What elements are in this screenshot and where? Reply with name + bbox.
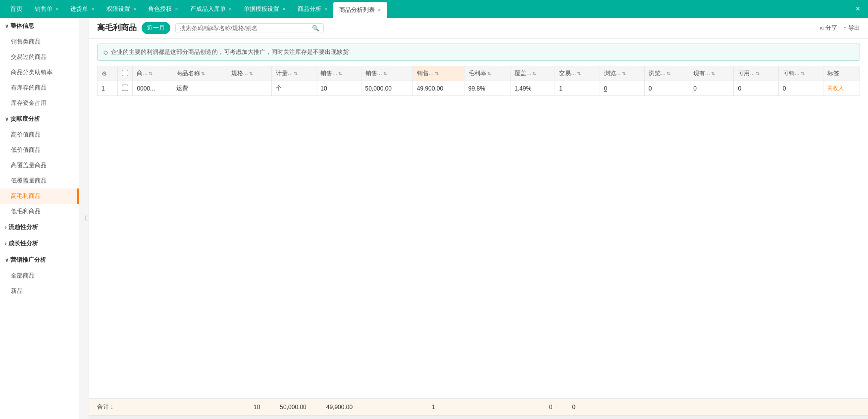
cell-available: 0 [734, 81, 778, 96]
sort-coverage-icon[interactable]: ⇅ [532, 71, 536, 76]
settings-icon[interactable]: ⚙ [102, 70, 107, 77]
th-unit[interactable]: 计量...⇅ [272, 66, 316, 81]
footer-available: 0 [572, 404, 576, 411]
nav-sales[interactable]: 销售单 × [29, 0, 64, 18]
nav-goods-analysis[interactable]: 商品分析 × [292, 0, 333, 18]
th-coverage[interactable]: 覆盖...⇅ [511, 66, 555, 81]
footer-trade: 1 [432, 404, 435, 411]
sidebar-item-all-goods[interactable]: 全部商品 [0, 268, 79, 283]
collapse-sidebar-button[interactable]: 《 [79, 18, 89, 419]
horizontal-scrollbar[interactable] [89, 415, 868, 419]
sidebar-item-inventory-capital[interactable]: 库存资金占用 [0, 95, 79, 111]
sidebar-group-growth[interactable]: › 成长性分析 [0, 235, 79, 252]
close-role-auth-icon[interactable]: × [175, 6, 178, 12]
sidebar-item-goods-inventory[interactable]: 有库存的商品 [0, 80, 79, 95]
sidebar-item-high-freq[interactable]: 高覆盖量商品 [0, 158, 79, 173]
th-available[interactable]: 可用...⇅ [734, 66, 778, 81]
th-sales-amt[interactable]: 销售...⇅ [361, 66, 412, 81]
close-purchase-icon[interactable]: × [91, 6, 94, 12]
sidebar-item-low-margin[interactable]: 低毛利商品 [0, 204, 79, 219]
nav-auth-setup[interactable]: 权限设置 × [101, 0, 142, 18]
table-footer: 合计： 10 50,000.00 49,900.00 1 0 0 [89, 398, 868, 415]
sidebar-item-low-price[interactable]: 低价值商品 [0, 142, 79, 158]
nav-product-entry[interactable]: 产成品入库单 × [184, 0, 238, 18]
content-area: 高毛利商品 近一月 🔍 ⎋ 分享 ↑ 导出 ◇ 企业的主要的利润都是这部分商品创… [89, 18, 868, 419]
th-checkbox[interactable] [118, 66, 133, 81]
sort-code-icon[interactable]: ⇅ [149, 71, 153, 76]
arrow-marketing-icon: ∨ [5, 257, 8, 263]
select-all-checkbox[interactable] [122, 70, 128, 76]
footer-sales-amt: 50,000.00 [280, 404, 306, 411]
sort-sales-qty-icon[interactable]: ⇅ [338, 71, 342, 76]
sidebar-group-trend[interactable]: › 流趋性分析 [0, 219, 79, 235]
th-sellable[interactable]: 可销...⇅ [778, 66, 823, 81]
sidebar-item-high-price[interactable]: 高价值商品 [0, 127, 79, 142]
sidebar-item-low-freq[interactable]: 低覆盖量商品 [0, 173, 79, 188]
close-goods-analysis-list-icon[interactable]: × [378, 7, 381, 13]
close-sales-icon[interactable]: × [55, 6, 58, 12]
sidebar-group-marketing[interactable]: ∨ 营销推广分析 [0, 252, 79, 268]
cell-spec [227, 81, 271, 96]
sidebar-group-overall[interactable]: ∨ 整体信息 [0, 18, 79, 34]
footer-sales-profit: 49,900.00 [326, 404, 353, 411]
th-code[interactable]: 商...⇅ [133, 66, 172, 81]
sort-margin-rate-icon[interactable]: ⇅ [487, 71, 491, 76]
sidebar-item-sales-goods[interactable]: 销售类商品 [0, 34, 79, 49]
sort-available-icon[interactable]: ⇅ [756, 71, 760, 76]
th-sales-profit[interactable]: 销售...⇅ [412, 66, 464, 81]
sort-sales-profit-icon[interactable]: ⇅ [435, 71, 439, 76]
sidebar-item-high-margin[interactable]: 高毛利商品 [0, 188, 79, 204]
nav-purchase[interactable]: 进货单 × [64, 0, 100, 18]
search-icon[interactable]: 🔍 [312, 25, 319, 32]
sidebar-item-traded-goods[interactable]: 交易过的商品 [0, 49, 79, 65]
search-input[interactable] [180, 25, 312, 32]
info-icon: ◇ [103, 49, 108, 56]
sort-browse1-icon[interactable]: ⇅ [622, 71, 626, 76]
close-template-icon[interactable]: × [282, 6, 285, 12]
close-goods-analysis-icon[interactable]: × [324, 6, 327, 12]
sort-name-icon[interactable]: ⇅ [201, 71, 205, 76]
sort-unit-icon[interactable]: ⇅ [294, 71, 298, 76]
search-box: 🔍 [175, 23, 324, 33]
filter-recent-month-button[interactable]: 近一月 [142, 22, 170, 34]
sort-browse2-icon[interactable]: ⇅ [666, 71, 670, 76]
app-close-button[interactable]: × [852, 4, 864, 13]
th-sales-qty[interactable]: 销售...⇅ [316, 66, 361, 81]
header-actions: ⎋ 分享 ↑ 导出 [820, 24, 860, 32]
share-button[interactable]: ⎋ 分享 [820, 24, 837, 32]
nav-role-auth[interactable]: 角色授权 × [142, 0, 184, 18]
nav-template[interactable]: 单据模板设置 × [238, 0, 291, 18]
sidebar-item-goods-assist[interactable]: 商品分类助销率 [0, 65, 79, 80]
nav-home[interactable]: 首页 [4, 0, 29, 18]
top-navigation: 首页 销售单 × 进货单 × 权限设置 × 角色授权 × 产成品入库单 × 单据… [0, 0, 868, 18]
th-tag[interactable]: 标签 [823, 66, 860, 81]
sidebar: ∨ 整体信息 销售类商品 交易过的商品 商品分类助销率 有库存的商品 库存资金占… [0, 18, 79, 419]
sort-sales-amt-icon[interactable]: ⇅ [383, 71, 387, 76]
nav-goods-analysis-list[interactable]: 商品分析列表 × [333, 2, 387, 18]
cell-margin-rate: 99.8% [464, 81, 510, 96]
sort-sellable-icon[interactable]: ⇅ [801, 71, 805, 76]
th-spec[interactable]: 规格...⇅ [227, 66, 271, 81]
cell-unit: 个 [272, 81, 316, 96]
cell-checkbox[interactable] [118, 81, 133, 96]
cell-index: 1 [98, 81, 118, 96]
sort-current-qty-icon[interactable]: ⇅ [711, 71, 715, 76]
th-name[interactable]: 商品名称⇅ [172, 66, 227, 81]
row-checkbox[interactable] [122, 85, 128, 91]
close-product-entry-icon[interactable]: × [229, 6, 232, 12]
th-browse2[interactable]: 浏览...⇅ [644, 66, 689, 81]
th-trade[interactable]: 交易...⇅ [555, 66, 600, 81]
sort-spec-icon[interactable]: ⇅ [249, 71, 253, 76]
cell-browse1[interactable]: 0 [600, 81, 644, 96]
sort-trade-icon[interactable]: ⇅ [577, 71, 581, 76]
th-settings[interactable]: ⚙ [98, 66, 118, 81]
sidebar-group-wealth[interactable]: ∨ 贡献度分析 [0, 111, 79, 127]
th-margin-rate[interactable]: 毛利率⇅ [464, 66, 510, 81]
browse1-link[interactable]: 0 [604, 85, 608, 92]
sidebar-item-new-goods[interactable]: 新品 [0, 283, 79, 299]
close-auth-setup-icon[interactable]: × [133, 6, 136, 12]
th-current-qty[interactable]: 现有...⇅ [689, 66, 734, 81]
export-button[interactable]: ↑ 导出 [843, 24, 860, 32]
th-browse1[interactable]: 浏览...⇅ [600, 66, 644, 81]
arrow-overall-icon: ∨ [5, 23, 8, 29]
